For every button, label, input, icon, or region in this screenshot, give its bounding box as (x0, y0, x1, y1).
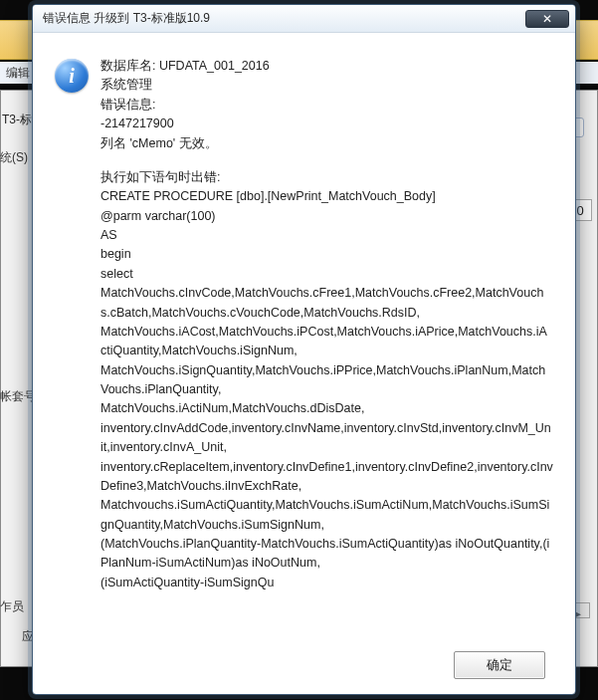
msg-line-module: 系统管理 (100, 76, 553, 95)
msg-sql-line: (MatchVouchs.iPlanQuantity-MatchVouchs.i… (100, 535, 553, 574)
dialog-title: 错误信息 升级到 T3-标准版10.9 (43, 10, 525, 27)
info-glyph: i (69, 65, 75, 88)
msg-line-execerr: 执行如下语句时出错: (100, 168, 553, 187)
msg-sql-line: Matchvouchs.iSumActiQuantity,MatchVouchs… (100, 496, 553, 535)
dialog-titlebar[interactable]: 错误信息 升级到 T3-标准版10.9 ✕ (33, 5, 575, 33)
info-icon: i (55, 59, 89, 93)
msg-line-db: 数据库名: UFDATA_001_2016 (100, 57, 553, 76)
close-icon: ✕ (542, 13, 552, 25)
msg-sql-line: AS (100, 226, 553, 245)
msg-sql-line: MatchVouchs.iACost,MatchVouchs.iPCost,Ma… (100, 323, 553, 361)
error-dialog: 错误信息 升级到 T3-标准版10.9 ✕ i 数据库名: UFDATA_001… (32, 4, 576, 695)
dialog-content: i 数据库名: UFDATA_001_2016 系统管理 错误信息: -2147… (33, 33, 575, 636)
msg-line-code: -2147217900 (100, 115, 553, 133)
msg-sql-line: MatchVouchs.iActiNum,MatchVouchs.dDisDat… (100, 399, 553, 418)
msg-sql-line: @parm varchar(100) (100, 207, 553, 226)
msg-sql-line: (iSumActiQuantity-iSumSignQu (100, 574, 553, 592)
error-message-body: 数据库名: UFDATA_001_2016 系统管理 错误信息: -214721… (100, 57, 553, 592)
msg-sql-line: inventory.cInvAddCode,inventory.cInvName… (100, 419, 553, 458)
msg-sql-line: MatchVouchs.cInvCode,MatchVouchs.cFree1,… (100, 284, 553, 323)
bg-bottom-label: 乍员 (0, 598, 24, 615)
msg-sql-line: CREATE PROCEDURE [dbo].[NewPrint_MatchVo… (100, 187, 553, 206)
bg-label-t3: T3-标 (2, 112, 32, 128)
msg-sql-line: MatchVouchs.iSignQuantity,MatchVouchs.iP… (100, 361, 553, 400)
bg-label-sys: 统(S) (0, 149, 28, 166)
msg-line-colinvalid: 列名 'cMemo' 无效。 (100, 134, 553, 153)
bg-menu-edit: 编辑 (6, 66, 30, 80)
msg-sql-line: begin (100, 245, 553, 264)
msg-sql-line: inventory.cReplaceItem,inventory.cInvDef… (100, 458, 553, 497)
dialog-footer: 确定 (33, 636, 575, 694)
ok-button[interactable]: 确定 (454, 651, 545, 679)
msg-sql-line: select (100, 265, 553, 284)
dialog-close-button[interactable]: ✕ (525, 10, 569, 28)
bg-bracket-label: 帐套号 (0, 388, 36, 405)
msg-line-errheader: 错误信息: (100, 96, 553, 115)
